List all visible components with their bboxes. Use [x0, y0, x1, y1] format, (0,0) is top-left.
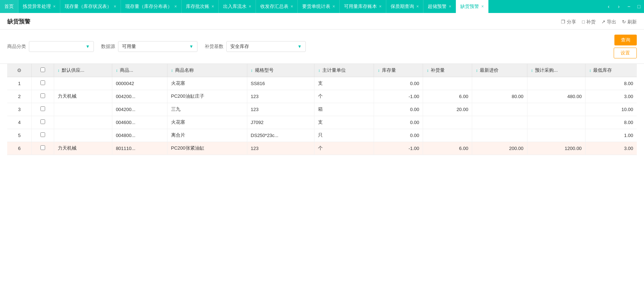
td-checkbox[interactable]: [32, 77, 54, 90]
th-min-stock[interactable]: ↕ 最低库存: [586, 64, 637, 77]
tab-demand-stat[interactable]: 要货单统计表 ×: [298, 0, 340, 13]
table-row: 10000042火花塞SS816支0.008.00: [7, 77, 637, 90]
td-min-stock: 1.00: [586, 129, 637, 142]
td-replenish-qty: 20.00: [423, 103, 472, 116]
sort-icon-stock-qty: ↕: [378, 68, 380, 72]
tab-overstock[interactable]: 超储预警 ×: [423, 0, 456, 13]
sort-icon-min-stock: ↕: [589, 68, 591, 72]
td-stock-qty: -1.00: [374, 142, 423, 155]
tab-close-stock-status[interactable]: ×: [114, 4, 116, 9]
replenish-icon: □: [582, 19, 585, 25]
td-checkbox[interactable]: [32, 103, 54, 116]
replenish-base-select[interactable]: 安全库存 ▼: [226, 41, 306, 52]
tab-receipt-summary[interactable]: 收发存汇总表 ×: [256, 0, 298, 13]
sort-icon-spec: ↕: [251, 68, 253, 72]
tab-batch[interactable]: 库存批次账 ×: [182, 0, 219, 13]
td-latest-price: 80.00: [472, 90, 527, 103]
tab-close-demand-stat[interactable]: ×: [332, 4, 335, 9]
tab-close-expiry[interactable]: ×: [416, 4, 419, 9]
share-button[interactable]: ❐ 分享: [561, 19, 576, 25]
tab-prev-button[interactable]: ‹: [604, 4, 614, 9]
td-min-stock: 8.00: [586, 77, 637, 90]
row-checkbox[interactable]: [40, 145, 45, 150]
datasource-select-value: 可用量: [122, 43, 186, 50]
export-button[interactable]: ↗ 导出: [601, 19, 616, 25]
tab-shortage[interactable]: 缺货预警 ×: [456, 0, 488, 13]
tab-close-abnormal[interactable]: ×: [53, 4, 56, 9]
tab-close-stock-dist[interactable]: ×: [174, 4, 177, 9]
sort-icon-est-purchase: ↕: [531, 68, 533, 72]
tab-avail-stock[interactable]: 可用量库存账本 ×: [340, 0, 386, 13]
gear-icon[interactable]: ⚙: [17, 67, 22, 73]
tab-next-button[interactable]: ›: [614, 4, 624, 9]
td-latest-price: [472, 129, 527, 142]
tab-abnormal[interactable]: 拣货异常处理 ×: [18, 0, 60, 13]
td-goods-code: 004800...: [112, 129, 167, 142]
tab-minimize-button[interactable]: −: [624, 4, 634, 9]
sort-icon-unit: ↕: [318, 68, 320, 72]
tab-close-batch[interactable]: ×: [212, 4, 214, 9]
th-stock-qty[interactable]: ↕ 库存量: [374, 64, 423, 77]
td-checkbox[interactable]: [32, 116, 54, 129]
td-stock-qty: 0.00: [374, 129, 423, 142]
td-seq: 5: [7, 129, 32, 142]
tab-expiry[interactable]: 保质期查询 ×: [386, 0, 423, 13]
category-select[interactable]: ▼: [29, 41, 94, 52]
td-spec: DS250*23c...: [247, 129, 314, 142]
td-spec: 123: [247, 103, 314, 116]
th-goods-name[interactable]: ↕ 商品名称: [167, 64, 247, 77]
th-checkbox[interactable]: [32, 64, 54, 77]
row-checkbox[interactable]: [40, 119, 45, 124]
tab-close-receipt-summary[interactable]: ×: [291, 4, 293, 9]
page-title: 缺货预警: [7, 18, 30, 26]
td-checkbox[interactable]: [32, 142, 54, 155]
tab-maximize-button[interactable]: □: [634, 4, 644, 9]
sort-icon-supplier: ↕: [58, 68, 60, 72]
td-stock-qty: 0.00: [374, 103, 423, 116]
td-est-purchase: [527, 77, 586, 90]
category-dropdown-icon: ▼: [86, 44, 90, 49]
td-supplier: 力天机械: [54, 90, 112, 103]
row-checkbox[interactable]: [40, 80, 45, 85]
td-checkbox[interactable]: [32, 129, 54, 142]
td-seq: 3: [7, 103, 32, 116]
td-goods-name: PC200张紧油缸: [167, 142, 247, 155]
row-checkbox[interactable]: [40, 132, 45, 137]
tab-close-shortage[interactable]: ×: [481, 4, 484, 9]
th-est-purchase[interactable]: ↕ 预计采购...: [527, 64, 586, 77]
td-checkbox[interactable]: [32, 90, 54, 103]
td-goods-code: 004200...: [112, 103, 167, 116]
settings-button[interactable]: 设置: [614, 48, 637, 58]
th-default-supplier[interactable]: ↕ 默认供应...: [54, 64, 112, 77]
tab-close-overstock[interactable]: ×: [449, 4, 451, 9]
td-spec: 123: [247, 142, 314, 155]
row-checkbox[interactable]: [40, 106, 45, 111]
th-latest-price[interactable]: ↕ 最新进价: [472, 64, 527, 77]
page-header: 缺货预警 ❐ 分享 □ 补货 ↗ 导出 ↻ 刷新: [0, 13, 644, 30]
tab-stock-status[interactable]: 现存量（库存状况表） ×: [60, 0, 121, 13]
th-unit[interactable]: ↕ 主计量单位: [314, 64, 374, 77]
td-goods-name: 三九: [167, 103, 247, 116]
tab-close-inout-flow[interactable]: ×: [249, 4, 251, 9]
refresh-button[interactable]: ↻ 刷新: [622, 19, 637, 25]
th-replenish-qty[interactable]: ↕ 补货量: [423, 64, 472, 77]
datasource-select[interactable]: 可用量 ▼: [118, 41, 197, 52]
td-replenish-qty: [423, 77, 472, 90]
tab-inout-flow[interactable]: 出入库流水 ×: [219, 0, 256, 13]
tab-close-avail-stock[interactable]: ×: [379, 4, 382, 9]
td-spec: SS816: [247, 77, 314, 90]
replenish-base-label: 补货基数: [205, 43, 223, 50]
query-button[interactable]: 查询: [614, 35, 637, 45]
th-goods-code[interactable]: ↕ 商品...: [112, 64, 167, 77]
replenish-button[interactable]: □ 补货: [582, 19, 596, 25]
th-gear[interactable]: ⚙: [7, 64, 32, 77]
tab-stock-dist[interactable]: 现存量（库存分布表） ×: [121, 0, 182, 13]
td-est-purchase: [527, 103, 586, 116]
td-goods-name: PC200油缸庄子: [167, 90, 247, 103]
row-checkbox[interactable]: [40, 93, 45, 98]
td-supplier: [54, 103, 112, 116]
th-spec[interactable]: ↕ 规格型号: [247, 64, 314, 77]
tab-home[interactable]: 首页: [0, 0, 18, 13]
select-all-checkbox[interactable]: [40, 67, 45, 72]
td-min-stock: 10.00: [586, 103, 637, 116]
